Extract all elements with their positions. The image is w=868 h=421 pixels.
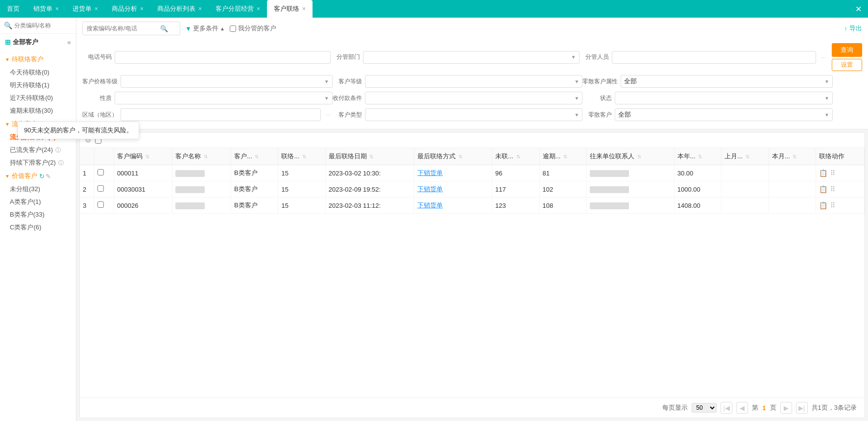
col-last-contact-way: 最后联络方式 ⇅ xyxy=(414,148,492,165)
first-page-btn[interactable]: |◀ xyxy=(721,402,732,414)
content-area: 🔍 ▼ 更多条件 ▲ 我分管的客户 ↑ 导出 xyxy=(76,18,868,421)
row-action-more-icon[interactable]: ⠿ xyxy=(830,185,835,193)
sidebar-item-7days-pending[interactable]: 近7天待联络(0) xyxy=(0,92,76,104)
row-action-contact-icon[interactable]: 📋 xyxy=(819,201,827,209)
row-contact-way-link[interactable]: 下销货单 xyxy=(417,169,443,176)
row-code: 00030031 xyxy=(114,181,172,198)
window-close-button[interactable]: ✕ xyxy=(848,0,868,18)
more-conditions-toggle[interactable]: ▼ 更多条件 ▲ xyxy=(185,24,225,33)
region-select[interactable] xyxy=(121,108,321,121)
last-page-btn[interactable]: ▶| xyxy=(796,402,808,414)
sidebar-item-tomorrow-pending[interactable]: 明天待联络(1) xyxy=(0,79,76,92)
bottom-scrollbar[interactable] xyxy=(80,393,865,397)
col-name: 客户名称 ⇅ xyxy=(172,148,231,165)
filter-cell-phone: 电话号码 xyxy=(82,51,331,64)
row-action-contact-icon[interactable]: 📋 xyxy=(819,185,827,193)
table-scroll[interactable]: 客户编码 ⇅ 客户名称 ⇅ 客户... ⇅ xyxy=(80,148,865,393)
close-tab-customer-contact[interactable]: × xyxy=(302,5,306,12)
row-action-more-icon[interactable]: ⠿ xyxy=(830,201,835,209)
page-size-select[interactable]: 50 100 200 xyxy=(692,403,717,413)
close-tab-purchase[interactable]: × xyxy=(95,5,98,12)
sidebar-item-unclassified[interactable]: 未分组(32) xyxy=(0,183,76,196)
my-customers-checkbox[interactable] xyxy=(230,25,236,32)
row-last-contact-date: 2023-02-03 11:12: xyxy=(325,198,414,214)
zero-attr-select[interactable]: 全部 ▼ xyxy=(621,75,833,88)
tab-customer-contact[interactable]: 客户联络 × xyxy=(267,0,313,18)
code-sort-icon[interactable]: ⇅ xyxy=(145,154,149,159)
region-extra-icon[interactable]: ··· xyxy=(324,111,333,118)
type-sort-icon[interactable]: ⇅ xyxy=(255,154,259,159)
name-sort-icon[interactable]: ⇅ xyxy=(204,154,208,159)
sidebar: 🔍 ⊞ 全部客户 « ▼ 待联络客户 今天待联络(0) 明天待联络(1) 近7 xyxy=(0,18,76,421)
tab-home[interactable]: 首页 xyxy=(0,0,26,18)
sidebar-search-input[interactable] xyxy=(14,22,76,29)
manager-extra-icon[interactable]: ··· xyxy=(819,54,828,61)
manager-select[interactable] xyxy=(612,51,816,64)
close-tab-product-analysis[interactable]: × xyxy=(140,5,144,12)
sidebar-group-value[interactable]: ▼ 价值客户 ↻ ✎ xyxy=(0,169,76,183)
close-tab-product-list[interactable]: × xyxy=(198,5,202,12)
this-month-sort-icon[interactable]: ⇅ xyxy=(793,154,796,159)
sidebar-item-today-pending[interactable]: 今天待联络(0) xyxy=(0,66,76,79)
sidebar-item-class-b[interactable]: B类客户(33) xyxy=(0,208,76,221)
overdue-sort-icon[interactable]: ⇅ xyxy=(563,154,567,159)
not-contact-sort-icon[interactable]: ⇅ xyxy=(516,154,520,159)
filter-cell-zero-customer: 零散客户 全部 ▼ xyxy=(582,108,833,121)
year-sort-icon[interactable]: ⇅ xyxy=(698,154,702,159)
sidebar-item-class-c[interactable]: C类客户(6) xyxy=(0,221,76,234)
zero-customer-select[interactable]: 全部 ▼ xyxy=(615,108,833,121)
dept-label: 分管部门 xyxy=(331,53,360,61)
row-contact-way-link[interactable]: 下销货单 xyxy=(417,201,443,209)
next-page-btn[interactable]: ▶ xyxy=(780,402,792,414)
sidebar-item-overdue-pending[interactable]: 逾期未联络(30) xyxy=(0,104,76,117)
prev-page-btn[interactable]: ◀ xyxy=(736,402,748,414)
value-refresh-icon[interactable]: ↻ xyxy=(39,173,45,180)
contacts-sort-icon[interactable]: ⇅ xyxy=(637,154,641,159)
gender-select[interactable]: ▼ xyxy=(115,92,333,104)
row-contact-count: 15 xyxy=(278,198,325,214)
customer-level-select[interactable]: ▼ xyxy=(365,75,583,88)
row-action-contact-icon[interactable]: 📋 xyxy=(819,169,827,177)
price-level-arrow: ▼ xyxy=(324,79,329,84)
row-last-month xyxy=(722,198,769,214)
settings-button[interactable]: 设置 xyxy=(832,59,862,71)
row-contact-count: 15 xyxy=(278,181,325,198)
phone-input[interactable] xyxy=(115,51,331,64)
row-checkbox[interactable] xyxy=(97,169,104,175)
dept-select[interactable]: ▼ xyxy=(363,51,579,64)
row-last-month xyxy=(722,165,769,181)
row-overdue: 108 xyxy=(539,198,586,214)
sidebar-collapse-icon[interactable]: « xyxy=(67,38,71,46)
price-level-select[interactable]: ▼ xyxy=(121,75,333,88)
close-tab-customer-segment[interactable]: × xyxy=(257,5,260,12)
last-month-sort-icon[interactable]: ⇅ xyxy=(746,154,749,159)
tab-product-analysis[interactable]: 商品分析 × xyxy=(105,0,150,18)
value-edit-icon[interactable]: ✎ xyxy=(46,173,51,180)
payment-select[interactable]: ▼ xyxy=(365,92,583,104)
customer-type-select[interactable]: ▼ xyxy=(365,108,583,121)
search-input[interactable] xyxy=(87,25,160,32)
way-sort-icon[interactable]: ⇅ xyxy=(458,154,462,159)
tab-sales-order[interactable]: 销货单 × xyxy=(26,0,66,18)
sidebar-item-declining[interactable]: 持续下滑客户(2) ⓘ xyxy=(0,156,76,169)
sidebar-item-class-a[interactable]: A类客户(1) xyxy=(0,196,76,208)
tab-customer-segment[interactable]: 客户分层经营 × xyxy=(209,0,267,18)
search-icon[interactable]: 🔍 xyxy=(160,25,168,32)
row-contact-way-link[interactable]: 下销货单 xyxy=(417,185,443,193)
sidebar-item-churned[interactable]: 已流失客户(24) ⓘ xyxy=(0,144,76,156)
grid-icon: ⊞ xyxy=(5,38,11,46)
query-button[interactable]: 查询 xyxy=(832,43,862,57)
row-action-more-icon[interactable]: ⠿ xyxy=(830,169,835,177)
sidebar-group-pending[interactable]: ▼ 待联络客户 xyxy=(0,52,76,66)
row-checkbox-cell xyxy=(95,165,114,181)
tab-product-analysis-list[interactable]: 商品分析列表 × xyxy=(150,0,209,18)
row-checkbox[interactable] xyxy=(97,185,104,192)
row-checkbox[interactable] xyxy=(97,201,104,208)
date-sort-icon[interactable]: ⇅ xyxy=(369,154,373,159)
close-tab-sales-order[interactable]: × xyxy=(55,5,59,12)
row-seq: 3 xyxy=(80,198,95,214)
contact-sort-icon[interactable]: ⇅ xyxy=(302,154,306,159)
export-button[interactable]: ↑ 导出 xyxy=(844,24,863,33)
status-select[interactable]: ▼ xyxy=(615,92,833,104)
tab-purchase-order[interactable]: 进货单 × xyxy=(66,0,105,18)
